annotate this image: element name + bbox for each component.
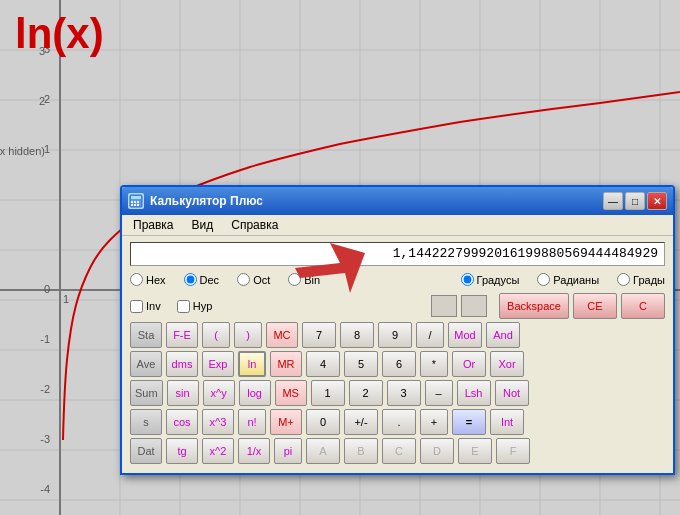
btn-d[interactable]: D bbox=[420, 438, 454, 464]
btn-f[interactable]: F bbox=[496, 438, 530, 464]
btn-1[interactable]: 1 bbox=[311, 380, 345, 406]
calc-row-2: Ave dms Exp ln MR 4 5 6 * Or Xor bbox=[130, 351, 665, 377]
btn-mod[interactable]: Mod bbox=[448, 322, 482, 348]
radio-oct: Oct bbox=[237, 273, 270, 286]
hyp-checkbox[interactable] bbox=[177, 300, 190, 313]
btn-s[interactable]: s bbox=[130, 409, 162, 435]
radio-hex-label: Hex bbox=[146, 274, 166, 286]
radio-bin-label: Bin bbox=[304, 274, 320, 286]
calc-row-4: s cos x^3 n! M+ 0 +/- . + = Int bbox=[130, 409, 665, 435]
radio-grad-input[interactable] bbox=[617, 273, 630, 286]
btn-pi[interactable]: pi bbox=[274, 438, 302, 464]
btn-mplus[interactable]: M+ bbox=[270, 409, 302, 435]
inv-checkbox[interactable] bbox=[130, 300, 143, 313]
radio-dec-label: Dec bbox=[200, 274, 220, 286]
svg-text:-1: -1 bbox=[40, 333, 50, 345]
btn-xor[interactable]: Xor bbox=[490, 351, 524, 377]
btn-sin[interactable]: sin bbox=[167, 380, 199, 406]
btn-cos[interactable]: cos bbox=[166, 409, 198, 435]
btn-e[interactable]: E bbox=[458, 438, 492, 464]
svg-rect-43 bbox=[134, 204, 136, 206]
btn-8[interactable]: 8 bbox=[340, 322, 374, 348]
radio-dec-input[interactable] bbox=[184, 273, 197, 286]
menu-spravka[interactable]: Справка bbox=[228, 217, 281, 233]
calculator-icon bbox=[128, 193, 144, 209]
btn-equals[interactable]: = bbox=[452, 409, 486, 435]
btn-5[interactable]: 5 bbox=[344, 351, 378, 377]
btn-dms[interactable]: dms bbox=[166, 351, 198, 377]
calc-row-3: Sum sin x^y log MS 1 2 3 – Lsh Not bbox=[130, 380, 665, 406]
btn-b[interactable]: B bbox=[344, 438, 378, 464]
btn-plusminus[interactable]: +/- bbox=[344, 409, 378, 435]
btn-nfact[interactable]: n! bbox=[238, 409, 266, 435]
btn-xy[interactable]: x^y bbox=[203, 380, 235, 406]
btn-7[interactable]: 7 bbox=[302, 322, 336, 348]
radio-gradus: Градусы bbox=[461, 273, 520, 286]
btn-2[interactable]: 2 bbox=[349, 380, 383, 406]
radio-gradus-input[interactable] bbox=[461, 273, 474, 286]
menu-bar: Правка Вид Справка bbox=[122, 215, 673, 236]
svg-text:1 (approx hidden): 1 (approx hidden) bbox=[0, 145, 45, 157]
btn-log[interactable]: log bbox=[239, 380, 271, 406]
btn-dat[interactable]: Dat bbox=[130, 438, 162, 464]
btn-dot[interactable]: . bbox=[382, 409, 416, 435]
radio-hex-input[interactable] bbox=[130, 273, 143, 286]
btn-and[interactable]: And bbox=[486, 322, 520, 348]
btn-ms[interactable]: MS bbox=[275, 380, 307, 406]
close-button[interactable]: ✕ bbox=[647, 192, 667, 210]
btn-sub[interactable]: – bbox=[425, 380, 453, 406]
btn-sta[interactable]: Sta bbox=[130, 322, 162, 348]
backspace-button[interactable]: Backspace bbox=[499, 293, 569, 319]
btn-1x[interactable]: 1/x bbox=[238, 438, 270, 464]
btn-c-hex[interactable]: C bbox=[382, 438, 416, 464]
radio-bin-input[interactable] bbox=[288, 273, 301, 286]
btn-or[interactable]: Or bbox=[452, 351, 486, 377]
btn-mul[interactable]: * bbox=[420, 351, 448, 377]
btn-sum[interactable]: Sum bbox=[130, 380, 163, 406]
svg-text:-2: -2 bbox=[40, 383, 50, 395]
btn-x2[interactable]: x^2 bbox=[202, 438, 234, 464]
btn-mr[interactable]: MR bbox=[270, 351, 302, 377]
radio-oct-input[interactable] bbox=[237, 273, 250, 286]
btn-close-paren[interactable]: ) bbox=[234, 322, 262, 348]
menu-pravka[interactable]: Правка bbox=[130, 217, 177, 233]
btn-fe[interactable]: F-E bbox=[166, 322, 198, 348]
btn-tg[interactable]: tg bbox=[166, 438, 198, 464]
btn-0[interactable]: 0 bbox=[306, 409, 340, 435]
minimize-button[interactable]: — bbox=[603, 192, 623, 210]
radio-radian-input[interactable] bbox=[537, 273, 550, 286]
btn-9[interactable]: 9 bbox=[378, 322, 412, 348]
svg-rect-41 bbox=[137, 201, 139, 203]
svg-rect-38 bbox=[131, 196, 141, 199]
inv-label: Inv bbox=[146, 300, 161, 312]
btn-exp[interactable]: Exp bbox=[202, 351, 234, 377]
btn-6[interactable]: 6 bbox=[382, 351, 416, 377]
svg-text:0: 0 bbox=[44, 283, 50, 295]
radio-row: Hex Dec Oct Bin Градусы Радианы Грады bbox=[122, 270, 673, 289]
title-bar-buttons: — □ ✕ bbox=[603, 192, 667, 210]
calculator-window: Калькулятор Плюс — □ ✕ Правка Вид Справк… bbox=[120, 185, 675, 475]
btn-mc[interactable]: MC bbox=[266, 322, 298, 348]
btn-not[interactable]: Not bbox=[495, 380, 529, 406]
hyp-checkbox-group: Hyp bbox=[177, 300, 213, 313]
btn-add[interactable]: + bbox=[420, 409, 448, 435]
menu-vid[interactable]: Вид bbox=[189, 217, 217, 233]
btn-open-paren[interactable]: ( bbox=[202, 322, 230, 348]
btn-a[interactable]: A bbox=[306, 438, 340, 464]
btn-4[interactable]: 4 bbox=[306, 351, 340, 377]
btn-div[interactable]: / bbox=[416, 322, 444, 348]
btn-lsh[interactable]: Lsh bbox=[457, 380, 491, 406]
svg-rect-40 bbox=[134, 201, 136, 203]
btn-3[interactable]: 3 bbox=[387, 380, 421, 406]
ce-button[interactable]: CE bbox=[573, 293, 617, 319]
btn-int[interactable]: Int bbox=[490, 409, 524, 435]
radio-grad: Грады bbox=[617, 273, 665, 286]
btn-ln[interactable]: ln bbox=[238, 351, 266, 377]
calc-row-5: Dat tg x^2 1/x pi A B C D E F bbox=[130, 438, 665, 464]
maximize-button[interactable]: □ bbox=[625, 192, 645, 210]
c-button[interactable]: C bbox=[621, 293, 665, 319]
radio-dec: Dec bbox=[184, 273, 220, 286]
btn-x3[interactable]: x^3 bbox=[202, 409, 234, 435]
title-bar-left: Калькулятор Плюс bbox=[128, 193, 263, 209]
btn-ave[interactable]: Ave bbox=[130, 351, 162, 377]
